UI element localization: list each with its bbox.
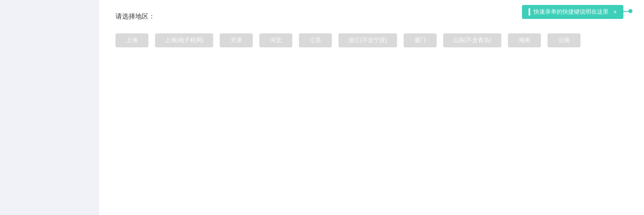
region-button-shandong[interactable]: 山东(不含青岛)	[443, 33, 501, 47]
region-button-jiangsu[interactable]: 江苏	[299, 33, 332, 47]
region-button-yunnan[interactable]: 云南	[548, 33, 581, 47]
region-button-zhejiang[interactable]: 浙江(不含宁波)	[338, 33, 397, 47]
region-button-hainan[interactable]: 海南	[508, 33, 541, 47]
left-sidebar	[0, 0, 99, 215]
region-buttons: 上海上海(电子税局)天津河北江苏浙江(不含宁波)厦门山东(不含青岛)海南云南	[115, 33, 628, 47]
region-button-hebei[interactable]: 河北	[259, 33, 292, 47]
tooltip-dot	[628, 9, 632, 13]
tooltip-bar-icon	[529, 8, 530, 16]
region-button-tianjin[interactable]: 天津	[220, 33, 253, 47]
main-content: 请选择地区： 上海上海(电子税局)天津河北江苏浙江(不含宁波)厦门山东(不含青岛…	[99, 0, 644, 215]
region-button-xiamen[interactable]: 厦门	[404, 33, 437, 47]
tooltip-banner: 快速录单的快捷键说明在这里 ×	[522, 5, 623, 19]
region-button-shanghai[interactable]: 上海	[115, 33, 148, 47]
tooltip-close-button[interactable]: ×	[613, 9, 617, 15]
tooltip-text: 快速录单的快捷键说明在这里	[534, 8, 609, 16]
region-button-shanghai-etax[interactable]: 上海(电子税局)	[155, 33, 213, 47]
